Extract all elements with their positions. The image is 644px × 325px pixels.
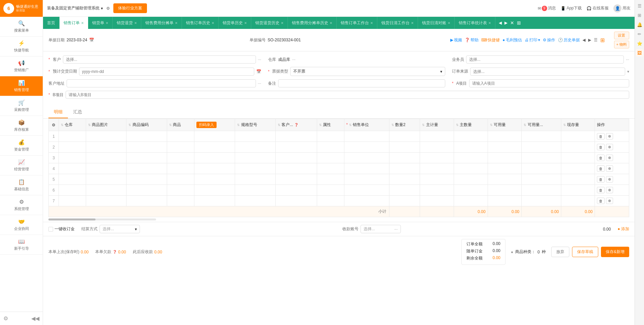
col-main-qty-header[interactable]: ⇅ 主数量 (454, 119, 488, 131)
delete-row-1[interactable]: 🗑 (597, 133, 605, 139)
col-stock-qty-header[interactable]: ⇅ 现存量 (561, 119, 595, 131)
right-tool-edit[interactable]: ✏ (636, 30, 643, 38)
staff-more-icon[interactable]: ··· (626, 57, 629, 62)
delete-row-7[interactable]: 🗑 (597, 198, 605, 204)
row-goods-code-1[interactable] (126, 131, 167, 142)
auto-checkout-label[interactable]: 一键收订金 (48, 226, 75, 232)
delete-row-6[interactable]: 🗑 (597, 187, 605, 193)
sidebar-item-purchase[interactable]: 🛒 采购管理 (0, 96, 43, 116)
col-spec-header[interactable]: ⇅ 规格型号 (235, 119, 276, 131)
warehouse-more-icon[interactable]: ··· (292, 57, 296, 62)
copy-row-7[interactable]: ⊕ (606, 198, 613, 204)
payment-select[interactable]: 选择... ▾ (100, 225, 140, 233)
tab-statistics[interactable]: 销售订单统计表 ✕ (455, 17, 495, 29)
close-tab-daily-workbench[interactable]: ✕ (411, 21, 414, 25)
row-attr-1[interactable] (317, 131, 344, 142)
col-setting-icon[interactable]: ⚙ (52, 123, 55, 127)
close-tab-statistics[interactable]: ✕ (488, 21, 491, 25)
right-tool-list[interactable]: ☰ (636, 2, 643, 9)
right-tool-image[interactable]: 🖼 (636, 49, 643, 56)
close-tab-sales-return[interactable]: ✕ (134, 21, 137, 25)
scroll-thumb[interactable] (48, 218, 96, 220)
close-tab-reconcile[interactable]: ✕ (448, 21, 450, 25)
settings-button[interactable]: 设置 (614, 32, 629, 39)
copy-row-5[interactable]: ⊕ (606, 176, 613, 182)
sidebar-item-guide[interactable]: 📖 新手引导 (0, 235, 43, 255)
tab-detail[interactable]: 明细 (48, 106, 68, 118)
invoice-select[interactable]: 不开票 ▾ (290, 67, 445, 76)
tab-next-arrow[interactable]: ▶ (503, 20, 509, 26)
tab-reconcile[interactable]: 钱货日清对账 ✕ (418, 17, 455, 29)
nav-prev-icon[interactable]: ◀ (582, 38, 585, 42)
system-title[interactable]: 装备及固定资产辅助管理系统 ▾ (47, 5, 103, 11)
tab-sales-order-history[interactable]: 销售订单历史 ✕ (182, 17, 219, 29)
sidebar-item-system[interactable]: ⚙ 系统管理 (0, 195, 43, 215)
a-project-input[interactable] (469, 79, 630, 87)
calendar-icon[interactable]: 📅 (89, 38, 94, 42)
col-warehouse-header[interactable]: ⇅ 仓库 (59, 119, 86, 131)
auto-checkout-checkbox[interactable] (48, 227, 53, 232)
delivery-calendar-icon[interactable]: 📅 (256, 69, 261, 74)
tab-sales-order[interactable]: 销售订单 ✕ (60, 17, 88, 29)
tab-home[interactable]: 首页 (43, 17, 60, 29)
right-tool-star[interactable]: ⭐ (636, 40, 643, 47)
row-warehouse-1[interactable] (59, 131, 86, 142)
address-more-icon[interactable]: ··· (258, 81, 261, 86)
tab-fee-history[interactable]: 销售费用分摊单历史 ✕ (288, 17, 337, 29)
message-icon-wrap[interactable]: ✉ 9 消息 (538, 5, 556, 11)
add-payment-link[interactable]: ● 添加 (617, 226, 629, 232)
delivery-input[interactable] (79, 68, 254, 76)
copy-row-2[interactable]: ⊕ (606, 144, 613, 150)
address-input[interactable] (67, 79, 256, 87)
help-link[interactable]: ❓ 帮助 (465, 37, 479, 43)
row-qty2-1[interactable] (389, 131, 420, 142)
tab-sales-invoice[interactable]: 销货单 ✕ (88, 17, 113, 29)
account-more-icon[interactable]: ··· (394, 227, 398, 232)
save-draft-button[interactable]: 保存草稿 (572, 247, 598, 257)
sidebar-item-sales[interactable]: 📊 销售管理 (0, 76, 43, 96)
collapse-icon[interactable]: ◀◀ (31, 315, 39, 322)
close-tab-invoice-history[interactable]: ✕ (244, 21, 247, 25)
row-spec-1[interactable] (235, 131, 276, 142)
copy-row-4[interactable]: ⊕ (606, 165, 613, 172)
close-tab-return-history[interactable]: ✕ (281, 21, 283, 25)
save-new-button[interactable]: 保存&新增 (601, 247, 629, 257)
copy-row-1[interactable]: ⊕ (606, 133, 613, 139)
col-main-unit-header[interactable]: ⇅ 主计量 (420, 119, 454, 131)
account-select[interactable]: 选择... ··· (361, 225, 401, 233)
scan-button[interactable]: 扫码录入 (196, 122, 217, 128)
staff-input[interactable] (466, 55, 624, 64)
sidebar-item-finance[interactable]: 💰 资金管理 (0, 136, 43, 156)
row-goods-name-1[interactable] (167, 131, 194, 142)
close-tab-sales-order[interactable]: ✕ (81, 21, 84, 25)
close-tab-sales-invoice[interactable]: ✕ (106, 21, 108, 25)
add-material-button[interactable]: + 物料 (614, 41, 629, 48)
online-service-link[interactable]: 🎧 在线客服 (586, 5, 609, 11)
sidebar-item-search[interactable]: 🔍 搜索菜单 (0, 17, 43, 37)
customer-more-icon[interactable]: ··· (258, 57, 261, 62)
table-scrollbar[interactable] (43, 217, 635, 222)
col-customer-code-header[interactable]: ⇅ 客户... ❓ (275, 119, 317, 131)
tab-summary[interactable]: 汇总 (68, 106, 87, 118)
col-avail-qty-header[interactable]: ⇅ 可用量 (488, 119, 522, 131)
settings-gear-icon[interactable]: ⚙ (106, 6, 110, 11)
col-unit-header[interactable]: * ⇅ 销售单位 (344, 119, 389, 131)
delete-row-5[interactable]: 🗑 (597, 176, 605, 182)
sidebar-item-shortcut[interactable]: ⚡ 快捷导航 (0, 37, 43, 56)
row-unit-1[interactable] (344, 131, 389, 142)
profit-link[interactable]: ● 毛利预估 (502, 37, 522, 43)
user-avatar[interactable]: 👤 用友 (613, 4, 631, 12)
col-setting-header[interactable]: ⚙ (49, 119, 59, 131)
list-icon[interactable]: ☰ (594, 38, 598, 42)
delete-row-2[interactable]: 🗑 (597, 144, 605, 150)
nav-next-icon[interactable]: ▶ (588, 38, 591, 42)
tab-sales-fee[interactable]: 销售费用分摊单 ✕ (141, 17, 182, 29)
row-customer-code-1[interactable] (275, 131, 317, 142)
close-tab-fee-history[interactable]: ✕ (330, 21, 332, 25)
col-attr-header[interactable]: ⇅ 属性 (317, 119, 344, 131)
discard-button[interactable]: 放弃 (551, 247, 569, 257)
delete-row-4[interactable]: 🗑 (597, 165, 605, 172)
close-tab-order-workbench[interactable]: ✕ (370, 21, 373, 25)
tab-daily-workbench[interactable]: 钱货日清工作台 ✕ (377, 17, 418, 29)
col-goods-code-header[interactable]: ⇅ 商品编码 (126, 119, 167, 131)
